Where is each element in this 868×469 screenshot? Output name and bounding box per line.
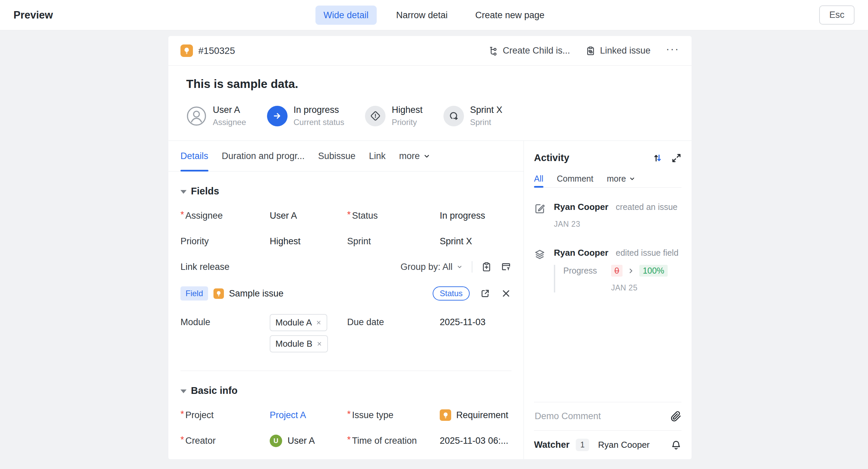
assignee-field-label: Assignee <box>186 211 223 221</box>
preview-mode-tabs: Wide detail Narrow detai Create new page <box>315 5 553 25</box>
remove-tag-icon[interactable] <box>316 320 321 325</box>
attach-file-icon[interactable] <box>671 411 681 422</box>
activity-user: Ryan Cooper <box>554 202 609 212</box>
remove-linked-item-icon[interactable] <box>501 288 512 299</box>
link-release-label: Link release <box>181 262 229 272</box>
field-row-priority-sprint: Priority Highest Sprint Sprint X <box>181 235 512 248</box>
row-creator-time: *Creator U User A *Time of creation 2025… <box>181 434 512 447</box>
collapse-triangle-icon <box>181 389 187 393</box>
more-actions-button[interactable]: ··· <box>666 44 679 58</box>
summary-status[interactable]: In progress Current status <box>267 105 344 127</box>
esc-button[interactable]: Esc <box>819 5 855 25</box>
module-tag-a[interactable]: Module A <box>270 314 327 331</box>
module-tag-b[interactable]: Module B <box>270 335 328 352</box>
activity-spacer <box>534 292 681 402</box>
tab-link[interactable]: Link <box>369 141 386 171</box>
activity-tab-more-label: more <box>607 174 626 184</box>
activity-tab-comment[interactable]: Comment <box>557 170 593 187</box>
mode-tab-create-new-page[interactable]: Create new page <box>467 5 553 25</box>
summary-priority-label: Priority <box>392 118 423 127</box>
issue-type-value: Requirement <box>440 409 512 421</box>
creator-avatar: U <box>270 435 282 447</box>
collapse-triangle-icon <box>181 190 187 194</box>
activity-title: Activity <box>534 152 569 164</box>
required-asterisk: * <box>181 435 184 445</box>
tab-more[interactable]: more <box>399 141 431 171</box>
issue-type-bulb-icon <box>214 288 224 299</box>
issue-title-block: This is sample data. User A Assignee <box>168 66 691 141</box>
basic-info-section-title: Basic info <box>191 385 238 396</box>
tab-details[interactable]: Details <box>181 141 209 171</box>
required-asterisk: * <box>347 409 351 419</box>
creator-value: U User A <box>270 435 347 447</box>
activity-date: JAN 23 <box>554 220 681 229</box>
summary-priority[interactable]: Highest Priority <box>365 105 423 127</box>
status-arrow-icon <box>267 106 287 126</box>
due-date-label: Due date <box>347 317 384 327</box>
chevron-down-icon <box>423 152 431 160</box>
project-value-link[interactable]: Project A <box>270 410 347 420</box>
issue-type-bulb-icon <box>181 45 193 57</box>
change-old-value: 0 <box>611 265 623 276</box>
linked-issue-button[interactable]: Linked issue <box>586 46 651 56</box>
tab-subissue[interactable]: Subissue <box>318 141 355 171</box>
add-linked-item-button[interactable] <box>481 261 492 272</box>
filter-view-button[interactable] <box>501 261 512 272</box>
bell-icon[interactable] <box>671 440 681 450</box>
tab-duration-and-progress[interactable]: Duration and progr... <box>222 141 305 171</box>
modal-backdrop: #150325 Create Child is... <box>0 30 868 469</box>
linked-item-status-badge[interactable]: Status <box>433 286 470 300</box>
summary-assignee[interactable]: User A Assignee <box>186 105 246 127</box>
activity-panel: Activity <box>524 141 691 459</box>
linked-item-tag: Field <box>181 286 208 300</box>
summary-assignee-value: User A <box>213 105 246 115</box>
mode-tab-narrow-detail[interactable]: Narrow detai <box>388 5 456 25</box>
priority-field-value[interactable]: Highest <box>270 236 347 246</box>
sort-order-icon[interactable] <box>652 153 662 163</box>
issue-type-label: Issue type <box>352 410 394 420</box>
expand-panel-icon[interactable] <box>671 153 681 163</box>
row-project-issuetype: *Project Project A *Issue type <box>181 408 512 422</box>
activity-header-icons <box>652 153 681 163</box>
field-row-module-duedate: Module Module A Module B <box>181 314 512 352</box>
changed-field-name: Progress <box>563 266 611 275</box>
mode-tab-wide-detail[interactable]: Wide detail <box>315 5 377 25</box>
group-by-label: Group by: All <box>400 262 453 272</box>
linked-item-controls: Status <box>433 286 512 300</box>
issue-summary-row: User A Assignee In progress Current stat… <box>186 105 679 141</box>
fields-section-header[interactable]: Fields <box>181 186 512 197</box>
field-row-link-release: Link release Group by: All <box>181 260 512 273</box>
group-by-dropdown[interactable]: Group by: All <box>400 262 463 272</box>
due-date-value[interactable]: 2025-11-03 <box>440 314 512 327</box>
time-of-creation-label: Time of creation <box>352 436 417 446</box>
summary-sprint[interactable]: Sprint X Sprint <box>443 105 502 127</box>
activity-user: Ryan Cooper <box>554 247 609 258</box>
module-field-label: Module <box>181 317 211 327</box>
edit-square-icon <box>534 203 546 214</box>
assignee-field-value[interactable]: User A <box>270 211 347 221</box>
issue-detail-card: #150325 Create Child is... <box>168 36 691 459</box>
sprint-field-value[interactable]: Sprint X <box>440 236 512 246</box>
activity-header: Activity <box>534 152 681 164</box>
creator-name: User A <box>287 436 315 446</box>
summary-sprint-label: Sprint <box>470 118 502 127</box>
comment-input[interactable] <box>534 411 664 422</box>
activity-tab-more[interactable]: more <box>607 170 636 187</box>
activity-tab-all[interactable]: All <box>534 170 544 187</box>
open-in-new-icon[interactable] <box>480 288 491 299</box>
watcher-name: Ryan Cooper <box>598 440 650 450</box>
tab-more-label: more <box>399 151 420 162</box>
details-pane: Details Duration and progr... Subissue L… <box>168 141 524 459</box>
create-child-issue-button[interactable]: Create Child is... <box>488 46 570 56</box>
status-field-value[interactable]: In progress <box>440 211 512 221</box>
remove-tag-icon[interactable] <box>316 341 322 347</box>
module-tags: Module A Module B <box>270 314 347 352</box>
activity-tabs: All Comment more <box>534 170 681 188</box>
watcher-row: Watcher 1 Ryan Cooper <box>534 430 681 459</box>
chevron-down-icon <box>456 263 463 270</box>
basic-info-section-header[interactable]: Basic info <box>181 385 512 396</box>
field-change-block: Progress 0 100% JAN 25 <box>554 265 681 292</box>
linked-item-title[interactable]: Sample issue <box>229 288 283 299</box>
activity-feed: Ryan Cooper created an issue JAN 23 <box>534 202 681 292</box>
activity-action: edited issue field <box>616 248 678 258</box>
